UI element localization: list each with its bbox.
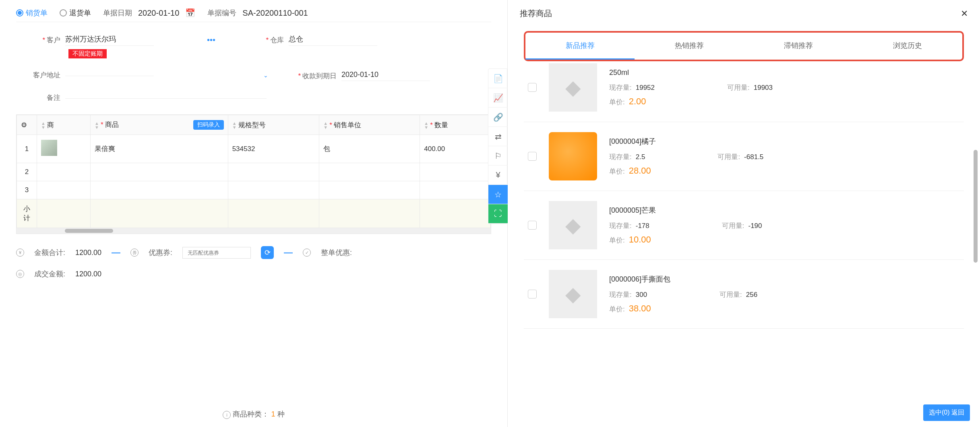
- refresh-button[interactable]: ⟳: [261, 246, 274, 259]
- product-name: 250ml: [609, 68, 960, 77]
- tab-return[interactable]: 退货单: [60, 8, 91, 18]
- bookmark-icon[interactable]: ⚐: [488, 146, 508, 166]
- customer-field: *客户 苏州万达沃尔玛 •••: [16, 34, 215, 46]
- customer-badge: 不固定账期: [68, 49, 107, 58]
- checkbox[interactable]: [528, 290, 537, 298]
- doc-tabs: 销货单 退货单 单据日期 2020-01-10 📅 单据编号 SA-202001…: [16, 8, 491, 22]
- star-icon[interactable]: ☆: [488, 185, 508, 204]
- minus-icon: —: [112, 247, 120, 258]
- radio-icon: [16, 9, 23, 17]
- tab-new[interactable]: 新品推荐: [525, 33, 635, 60]
- col-name[interactable]: ▲▼*商品 扫码录入: [91, 115, 228, 135]
- bottom-bar: i 商品种类： 1 种: [0, 409, 507, 419]
- chart-icon[interactable]: 📈: [488, 88, 508, 108]
- subtotal-row: 小计: [17, 199, 491, 228]
- tab-slow[interactable]: 滞销推荐: [744, 33, 853, 60]
- rp-footer: 选中(0) 返回: [508, 398, 980, 427]
- list-item: ◆ 250ml 现存量:19952 可用量:19903 单价:2.00: [524, 61, 964, 122]
- customer-label: 客户: [47, 36, 60, 44]
- kinds-suffix: 种: [277, 410, 285, 418]
- kinds-value: 1: [271, 410, 275, 418]
- select-return-button[interactable]: 选中(0) 返回: [923, 404, 970, 421]
- deal-row: ◎ 成交金额: 1200.00: [16, 269, 491, 279]
- deal-value: 1200.00: [75, 270, 101, 278]
- minus-icon: —: [284, 247, 293, 258]
- chevron-down-icon[interactable]: ⌄: [263, 72, 268, 79]
- left-panel: 销货单 退货单 单据日期 2020-01-10 📅 单据编号 SA-202001…: [0, 0, 507, 427]
- exchange-icon[interactable]: ⇄: [488, 127, 508, 146]
- amount-label: 金额合计:: [34, 248, 65, 257]
- product-name: [0000004]橘子: [609, 137, 960, 146]
- col-spec[interactable]: ▲▼规格型号: [228, 115, 319, 135]
- coupon-label: 优惠券:: [149, 248, 172, 257]
- rp-header: 推荐商品 ✕: [508, 0, 980, 27]
- scan-button[interactable]: 扫码录入: [193, 120, 224, 130]
- side-toolbar: 📄 📈 🔗 ⇄ ⚐ ¥ ☆ ⛶: [488, 68, 507, 224]
- rp-title: 推荐商品: [520, 8, 552, 19]
- tab-sales-label: 销货单: [26, 8, 48, 18]
- col-qty[interactable]: ▲▼*数量: [420, 115, 491, 135]
- product-name: [0000006]手撕面包: [609, 274, 960, 284]
- close-icon[interactable]: ✕: [961, 8, 968, 19]
- checkbox[interactable]: [528, 221, 537, 230]
- expand-icon[interactable]: ⛶: [488, 204, 508, 224]
- vertical-scrollbar[interactable]: [974, 150, 978, 263]
- remark-label: 备注: [16, 93, 60, 102]
- product-thumb: [41, 140, 57, 156]
- list-item: ◆ [0000006]手撕面包 现存量:300 可用量:256 单价:38.00: [524, 260, 964, 329]
- calendar-icon[interactable]: 📅: [185, 8, 195, 18]
- doc-no-label: 单据编号: [207, 8, 236, 18]
- order-discount-label: 整单优惠:: [321, 248, 352, 257]
- custaddr-label: 客户地址: [16, 70, 60, 80]
- link-icon[interactable]: 🔗: [488, 108, 508, 127]
- checkbox[interactable]: [528, 83, 537, 92]
- duedate-field: *收款到期日 2020-01-10: [292, 70, 430, 81]
- tab-hot[interactable]: 热销推荐: [635, 33, 744, 60]
- radio-icon: [60, 9, 67, 17]
- deal-label: 成交金额:: [34, 269, 65, 279]
- currency-icon[interactable]: ¥: [488, 166, 508, 185]
- amount-value: 1200.00: [75, 249, 101, 257]
- warehouse-value[interactable]: 总仓: [289, 34, 377, 46]
- list-item: ◆ [0000005]芒果 现存量:-178 可用量:-190 单价:10.00: [524, 191, 964, 260]
- rp-tabs-highlight: 新品推荐 热销推荐 滞销推荐 浏览历史: [524, 31, 964, 61]
- coupon-input[interactable]: [182, 247, 251, 259]
- coupon-icon: 券: [130, 249, 139, 257]
- doc-no-field: 单据编号 SA-20200110-001: [207, 8, 308, 18]
- rp-list[interactable]: ◆ 250ml 现存量:19952 可用量:19903 单价:2.00 [000…: [508, 61, 980, 398]
- gear-header[interactable]: ⚙: [17, 115, 37, 135]
- col-unit[interactable]: ▲▼*销售单位: [319, 115, 420, 135]
- table-row[interactable]: 2: [17, 163, 491, 181]
- tab-return-label: 退货单: [69, 8, 91, 18]
- product-image: [549, 132, 597, 180]
- doc-no-value: SA-20200110-001: [242, 8, 308, 18]
- col-img[interactable]: ▲▼商: [37, 115, 91, 135]
- doc-date-field: 单据日期 2020-01-10 📅: [103, 8, 195, 18]
- product-image: ◆: [549, 270, 597, 318]
- rp-tabs: 新品推荐 热销推荐 滞销推荐 浏览历史: [525, 33, 962, 60]
- ellipsis-icon[interactable]: •••: [207, 35, 215, 45]
- table-row[interactable]: 3: [17, 181, 491, 199]
- totals-row: ¥ 金额合计: 1200.00 — 券 优惠券: ⟳ — ✓ 整单优惠:: [16, 246, 491, 259]
- tab-history[interactable]: 浏览历史: [853, 33, 962, 60]
- remark-value[interactable]: [65, 97, 267, 99]
- items-table: ⚙ ▲▼商 ▲▼*商品 扫码录入 ▲▼规格型号 ▲▼*销售单位 ▲▼*数量 1: [16, 114, 491, 234]
- warehouse-label: 仓库: [270, 36, 284, 44]
- custaddr-field: 客户地址 ⌄: [16, 70, 268, 80]
- product-image: ◆: [549, 201, 597, 249]
- duedate-value[interactable]: 2020-01-10: [341, 70, 430, 81]
- table-row[interactable]: 1 果倍爽 534532 包 400.00: [17, 135, 491, 163]
- tab-sales[interactable]: 销货单: [16, 8, 48, 18]
- duedate-label: 收款到期日: [302, 72, 337, 80]
- horizontal-scrollbar[interactable]: [17, 228, 491, 234]
- discount-icon: ✓: [303, 249, 311, 257]
- product-name: [0000005]芒果: [609, 205, 960, 215]
- kinds-label: 商品种类：: [233, 410, 269, 418]
- warehouse-field: *仓库 总仓: [240, 34, 377, 46]
- doc-icon[interactable]: 📄: [488, 69, 508, 88]
- doc-date-value[interactable]: 2020-01-10: [138, 8, 179, 18]
- product-image: ◆: [549, 63, 597, 112]
- checkbox[interactable]: [528, 152, 537, 161]
- customer-value[interactable]: 苏州万达沃尔玛: [65, 34, 154, 46]
- custaddr-value[interactable]: [65, 74, 154, 76]
